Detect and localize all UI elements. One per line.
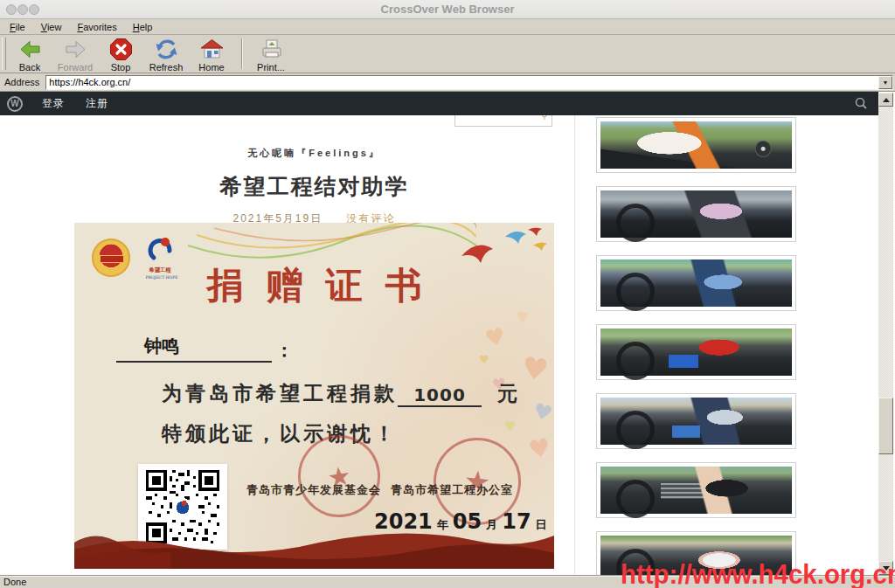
browser-toolbar: Back Forward Stop Refresh Home [0,35,895,73]
content-sidebar-divider [574,115,575,575]
sidebar-thumbnail-2[interactable] [597,187,795,241]
crossover-browser-window: { "window": { "title": "CrossOver Web Br… [0,0,895,588]
watermark-url: http://www.h4ck.org.cn [621,559,895,588]
forward-button[interactable]: Forward [52,35,98,73]
sidebar-thumbnail-1[interactable] [597,118,795,172]
home-button[interactable]: Home [189,35,234,73]
stop-button[interactable]: Stop [98,35,143,73]
address-input[interactable] [46,77,878,88]
certificate-org1: 青岛市青少年发展基金会 [246,482,381,498]
window-title: CrossOver Web Browser [0,3,895,16]
certificate-title: 捐赠证书 [74,261,554,310]
heart-balloon-decoration: ♥ [483,324,508,350]
post-title: 希望工程结对助学 [74,172,554,201]
heart-balloon-decoration: ♥ [527,435,553,463]
heart-balloon-decoration: ♥ [531,400,554,425]
vertical-scrollbar[interactable] [878,93,893,575]
address-bar-row: Address ▼ [0,73,895,92]
scrollbar-up-button[interactable] [878,93,893,107]
menu-item-favorites[interactable]: Favorites [69,20,124,34]
donation-amount: 1000 [398,384,482,407]
menu-item-view[interactable]: View [33,20,70,34]
heart-balloon-decoration: ♥ [504,420,516,433]
donation-certificate-image: 希望工程 PROJECT HOPE 捐赠证书 ♥ ♥ ♥ ♥ ♥ ♥ ♥ ♥ 钟… [74,223,554,569]
stop-icon [109,38,133,61]
post-header: 无心呢喃『Feelings』 希望工程结对助学 2021年5月19日 没有评论 [74,115,554,226]
back-button[interactable]: Back [7,35,52,73]
forward-arrow-icon [64,38,87,61]
sidebar-thumbnail-6[interactable] [597,463,795,517]
sidebar-thumbnail-4[interactable] [597,325,795,379]
address-label: Address [0,77,45,87]
title-bar: CrossOver Web Browser [0,0,895,19]
wp-register-link[interactable]: 注册 [75,96,119,111]
recipient-name: 钟鸣 [144,335,179,358]
menu-item-help[interactable]: Help [125,20,161,34]
back-arrow-icon [18,38,42,61]
scrollbar-thumb[interactable] [878,398,893,454]
search-icon[interactable] [854,96,868,110]
home-icon [200,38,224,61]
address-field: ▼ [45,75,893,90]
print-button[interactable]: Print... [248,35,294,73]
project-hope-swirl-icon [145,235,175,263]
address-dropdown-button[interactable]: ▼ [878,76,892,89]
post-category-link[interactable]: 无心呢喃『Feelings』 [74,147,554,160]
menu-bar: File View Favorites Help [0,19,895,35]
toolbar-separator [241,38,243,69]
certificate-body-line1: 为青岛市希望工程捐款1000元 [162,380,517,407]
wordpress-admin-bar: W 登录 注册 [0,92,878,115]
up-arrow-icon [883,98,890,102]
heart-balloon-decoration: ♥ [479,354,489,365]
flying-birds-decoration [453,226,549,268]
recipient-underline [116,361,272,363]
heart-balloon-decoration: ♥ [515,309,531,326]
wordpress-logo-icon[interactable]: W [7,96,23,112]
red-waves-decoration [74,525,554,569]
status-text: Done [3,577,26,587]
refresh-icon [155,38,178,61]
wp-login-link[interactable]: 登录 [31,96,75,111]
certificate-org2: 青岛市希望工程办公室 [391,482,513,498]
heart-balloon-decoration: ♥ [520,352,551,385]
page-viewport: ⚲ 无心呢喃『Feelings』 希望工程结对助学 2021年5月19日 没有评… [0,115,878,575]
menu-item-file[interactable]: File [2,20,33,34]
sidebar-thumbnail-5[interactable] [597,394,795,448]
sidebar-thumbnail-3[interactable] [597,256,795,310]
refresh-button[interactable]: Refresh [143,35,189,73]
print-icon [260,38,283,61]
